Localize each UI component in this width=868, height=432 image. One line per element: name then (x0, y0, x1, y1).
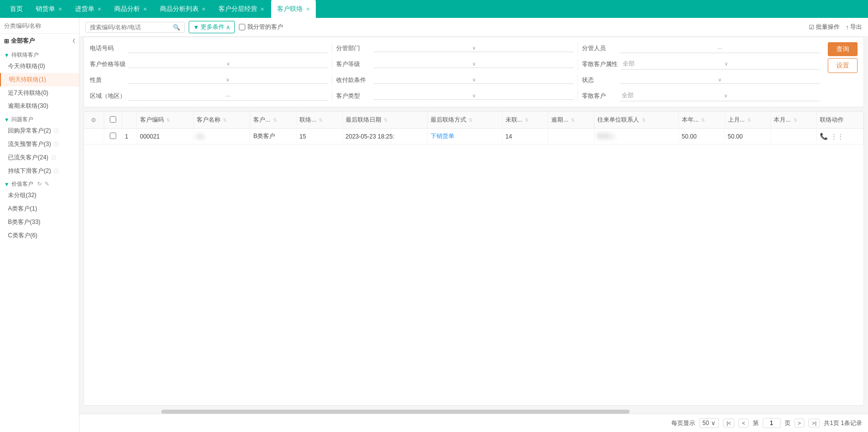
phone-input[interactable] (128, 44, 328, 53)
chevron-up-icon: ∧ (226, 24, 230, 31)
refresh-icon[interactable]: ↻ (37, 181, 42, 187)
col-this-month[interactable]: 本月... ⇅ (771, 112, 817, 129)
more-action-icon[interactable]: ⋮⋮ (831, 133, 844, 140)
col-settings[interactable]: ⚙ (84, 112, 104, 129)
nav-customer-segmentation[interactable]: 客户分层经营 ✕ (213, 0, 270, 18)
my-customers-checkbox[interactable] (239, 24, 245, 30)
sort-person-icon: ⇅ (642, 118, 646, 123)
next-page-btn[interactable]: > (795, 419, 804, 428)
customer-type-select[interactable]: ∨ (374, 92, 574, 100)
info-icon-2: ⓘ (54, 142, 59, 147)
sidebar-search-input[interactable] (4, 22, 78, 29)
sidebar-item-ungrouped[interactable]: 未分组(32) (0, 189, 79, 202)
col-name[interactable]: 客户名称 ⇅ (194, 112, 250, 129)
department-select[interactable]: ∨ (374, 44, 574, 52)
scrollbar-thumb[interactable] (161, 410, 630, 414)
info-icon-3: ⓘ (51, 155, 56, 160)
sidebar-item-class-a[interactable]: A类客户(1) (0, 202, 79, 216)
price-grade-select[interactable]: ∨ (129, 60, 328, 68)
collapse-sidebar-icon[interactable]: 《 (70, 38, 75, 45)
nav-sales-order[interactable]: 销货单 ✕ (30, 0, 68, 18)
close-purchase-order-icon[interactable]: ✕ (97, 6, 101, 12)
retail-customer-select[interactable]: 全部 ∨ (620, 90, 820, 101)
filter-retail-customer: 零散客户 全部 ∨ (582, 90, 820, 101)
region-ellipsis-icon[interactable]: ··· (225, 92, 230, 99)
nav-purchase-order[interactable]: 进货单 ✕ (69, 0, 107, 18)
row-checkbox-cell (104, 129, 122, 144)
col-this-year[interactable]: 本年... ⇅ (678, 112, 724, 129)
select-all-checkbox[interactable] (110, 116, 116, 123)
last-contact-method-link[interactable]: 下销货单 (431, 133, 454, 140)
customer-grade-select[interactable]: ∨ (374, 60, 574, 68)
sidebar-item-churned[interactable]: 已流失客户(24) ⓘ (0, 151, 79, 164)
close-sales-order-icon[interactable]: ✕ (58, 6, 62, 12)
sidebar-item-week-contact[interactable]: 近7天待联络(0) (0, 86, 79, 100)
price-grade-chevron-icon: ∨ (226, 61, 230, 67)
export-btn[interactable]: ↑ 导出 (846, 23, 862, 31)
nav-product-analysis[interactable]: 商品分析 ✕ (108, 0, 153, 18)
col-contact[interactable]: 联络... ⇅ (296, 112, 343, 129)
col-contact-person[interactable]: 往来单位联系人 ⇅ (594, 112, 679, 129)
value-section-header[interactable]: ▼ 价值客户 ↻ ✎ (0, 177, 79, 189)
nav-customer-contact[interactable]: 客户联络 ✕ (271, 0, 316, 18)
top-navigation: 首页 销货单 ✕ 进货单 ✕ 商品分析 ✕ 商品分析列表 ✕ 客户分层经营 ✕ … (0, 0, 868, 18)
nav-product-analysis-list[interactable]: 商品分析列表 ✕ (154, 0, 212, 18)
triangle-icon-2: ▼ (4, 117, 9, 123)
my-customers-checkbox-label[interactable]: 我分管的客户 (239, 23, 283, 31)
nav-home[interactable]: 首页 (4, 0, 29, 18)
manager-select[interactable]: ··· (620, 44, 820, 53)
col-overdue[interactable]: 逾期... ⇅ (548, 112, 594, 129)
set-button[interactable]: 设置 (828, 58, 858, 73)
sidebar-item-tomorrow-contact[interactable]: 明天待联络(1) (0, 73, 79, 86)
sidebar-item-today-contact[interactable]: 今天待联络(0) (0, 60, 79, 73)
filter-nature: 性质 ∨ (90, 76, 328, 84)
horizontal-scrollbar[interactable] (83, 410, 864, 414)
page-size-select[interactable]: 50 ∨ (699, 418, 719, 428)
row-checkbox[interactable] (110, 133, 116, 139)
sort-code-icon: ⇅ (166, 118, 170, 123)
close-customer-contact-icon[interactable]: ✕ (306, 6, 310, 12)
status-label: 状态 (582, 76, 617, 84)
pending-section-label: 待联络客户 (11, 51, 39, 59)
close-product-analysis-icon[interactable]: ✕ (143, 6, 147, 12)
sidebar-item-class-c[interactable]: C类客户(6) (0, 229, 79, 242)
last-page-btn[interactable]: >| (808, 419, 820, 428)
sidebar-item-overdue-contact[interactable]: 逾期未联络(30) (0, 99, 79, 113)
col-type[interactable]: 客户... ⇅ (250, 112, 296, 129)
pending-section-header[interactable]: ▼ 待联络客户 (0, 48, 79, 60)
query-button[interactable]: 查询 (828, 42, 858, 56)
col-last-month[interactable]: 上月... ⇅ (724, 112, 771, 129)
batch-operation-btn[interactable]: ☑ 批量操作 (809, 23, 840, 31)
row-last-contact-date: 2023-05-23 18:25: (342, 129, 427, 144)
sidebar-item-churn-warning[interactable]: 流失预警客户(3) ⓘ (0, 138, 79, 151)
more-conditions-btn[interactable]: ▼ 更多条件 ∧ (189, 21, 235, 33)
status-select[interactable]: ∨ (620, 76, 820, 84)
region-select[interactable]: ··· (129, 91, 328, 101)
problem-section-header[interactable]: ▼ 问题客户 (0, 113, 79, 124)
all-customers-header[interactable]: ⊞ 全部客户 《 (0, 34, 79, 48)
page-number-input[interactable] (763, 418, 781, 428)
close-product-analysis-list-icon[interactable]: ✕ (202, 6, 206, 12)
prev-page-btn[interactable]: < (738, 419, 748, 428)
search-icon[interactable]: 🔍 (173, 24, 180, 31)
ellipsis-icon[interactable]: ··· (718, 45, 723, 52)
sidebar-item-class-b[interactable]: B类客户(33) (0, 216, 79, 229)
info-icon-1: ⓘ (54, 128, 59, 134)
phone-action-icon[interactable]: 📞 (820, 133, 828, 140)
filter-manager: 分管人员 ··· (582, 44, 820, 53)
sidebar-item-declining[interactable]: 持续下滑客户(2) ⓘ (0, 164, 79, 178)
main-search-input[interactable] (90, 24, 171, 31)
close-customer-seg-icon[interactable]: ✕ (260, 6, 264, 12)
payment-select[interactable]: ∨ (374, 76, 574, 84)
nature-select[interactable]: ∨ (128, 76, 328, 84)
retail-attr-select[interactable]: 全部 ∨ (621, 59, 820, 70)
col-last-contact-date[interactable]: 最后联络日期 ⇅ (342, 112, 427, 129)
col-not-contact[interactable]: 未联... ⇅ (502, 112, 548, 129)
filter-bar: 🔍 ▼ 更多条件 ∧ 我分管的客户 ☑ 批量操作 ↑ 导出 (79, 18, 868, 37)
row-code: 000021 (137, 129, 193, 144)
sidebar-item-repurchase-abnormal[interactable]: 回购异常客户(2) ⓘ (0, 124, 79, 138)
col-code[interactable]: 客户编码 ⇅ (137, 112, 193, 129)
col-last-contact-method[interactable]: 最后联络方式 ⇅ (427, 112, 502, 129)
first-page-btn[interactable]: |< (723, 419, 734, 428)
edit-icon[interactable]: ✎ (45, 181, 49, 187)
